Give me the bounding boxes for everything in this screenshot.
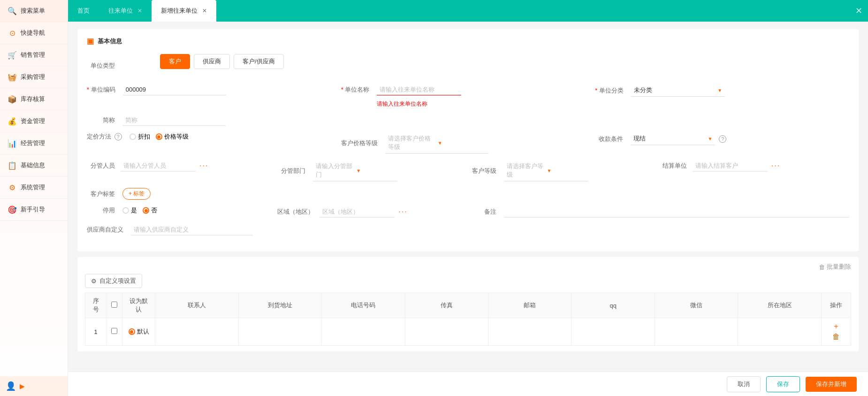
col-email: 邮箱 bbox=[488, 293, 571, 318]
cell-email[interactable] bbox=[488, 318, 571, 346]
email-input[interactable] bbox=[493, 326, 566, 337]
unit-name-input[interactable] bbox=[377, 84, 461, 95]
sidebar-label-quicknav: 快捷导航 bbox=[21, 29, 45, 37]
phone-input[interactable] bbox=[327, 326, 400, 337]
contact-input[interactable] bbox=[160, 326, 233, 337]
cell-region[interactable] bbox=[738, 318, 821, 346]
sidebar-label-operations: 经营管理 bbox=[21, 139, 45, 148]
customer-tag-field: 客户标签 + 标签 bbox=[87, 188, 277, 200]
customer-level-select[interactable]: 请选择客户等级 ▼ bbox=[504, 160, 588, 181]
col-wechat: 微信 bbox=[655, 293, 738, 318]
sidebar-item-finance[interactable]: 💰 资金管理 bbox=[0, 110, 68, 132]
delete-row-btn[interactable]: 🗑 bbox=[830, 332, 842, 342]
cell-qq[interactable] bbox=[571, 318, 655, 346]
default-radio-item[interactable]: 默认 bbox=[127, 327, 150, 336]
cell-check[interactable] bbox=[107, 318, 122, 346]
tab-new-partner[interactable]: 新增往来单位 ✕ bbox=[152, 0, 216, 22]
custom-settings-button[interactable]: ⚙ 自定义项设置 bbox=[85, 274, 142, 288]
tab-partners[interactable]: 往来单位 ✕ bbox=[99, 0, 152, 22]
col-check[interactable] bbox=[107, 293, 122, 318]
payment-select[interactable]: 现结 ▼ bbox=[631, 132, 715, 145]
save-button[interactable]: 保存 bbox=[766, 376, 800, 392]
sidebar-label-basic: 基础信息 bbox=[21, 161, 45, 170]
sidebar-item-operations[interactable]: 📊 经营管理 bbox=[0, 132, 68, 155]
manager-input[interactable] bbox=[121, 160, 196, 171]
customer-level-chevron: ▼ bbox=[547, 168, 586, 173]
cell-phone[interactable] bbox=[322, 318, 405, 346]
region-label: 区域（地区） bbox=[277, 208, 318, 216]
add-row-btn[interactable]: + bbox=[832, 321, 840, 332]
pricing-discount-option[interactable]: 折扣 bbox=[129, 132, 150, 141]
region-dots-btn[interactable]: ··· bbox=[396, 208, 409, 216]
cell-seq: 1 bbox=[85, 318, 107, 346]
manager-dots-btn[interactable]: ··· bbox=[198, 162, 210, 170]
cancel-button[interactable]: 取消 bbox=[727, 376, 761, 392]
dept-field: 分管部门 请输入分管部门 ▼ bbox=[277, 160, 468, 181]
save-add-button[interactable]: 保存并新增 bbox=[806, 377, 857, 392]
tab-partners-label: 往来单位 bbox=[108, 7, 133, 15]
sidebar-item-basic[interactable]: 📋 基础信息 bbox=[0, 155, 68, 177]
remark-input[interactable] bbox=[504, 206, 850, 217]
tab-partners-close[interactable]: ✕ bbox=[137, 8, 142, 14]
manager-row: 分管人员 ··· 分管部门 请输入分管部门 ▼ 客户等级 请选择客户等级 bbox=[87, 160, 849, 181]
sidebar-item-quicknav[interactable]: ⊙ 快捷导航 bbox=[0, 22, 68, 44]
unit-category-select[interactable]: 未分类 ▼ bbox=[631, 84, 725, 97]
unit-type-both-btn[interactable]: 客户/供应商 bbox=[234, 54, 284, 69]
user-avatar-icon: 👤 bbox=[6, 381, 16, 391]
payment-help-icon[interactable]: ? bbox=[719, 135, 726, 143]
unit-type-row: 单位类型 客户 供应商 客户/供应商 bbox=[87, 54, 849, 78]
fax-input[interactable] bbox=[410, 326, 483, 337]
disabled-no-option[interactable]: 否 bbox=[143, 206, 157, 215]
row-checkbox[interactable] bbox=[111, 328, 117, 334]
operations-icon: 📊 bbox=[8, 139, 17, 148]
col-fax: 传真 bbox=[405, 293, 488, 318]
sidebar-item-search[interactable]: 🔍 搜索菜单 bbox=[0, 0, 68, 22]
customer-price-field: 客户价格等级 请选择客户价格等级 ▼ bbox=[341, 132, 595, 154]
section-icon: ▣ bbox=[87, 37, 94, 46]
sidebar-item-sales[interactable]: 🛒 销售管理 bbox=[0, 44, 68, 66]
unit-code-input[interactable] bbox=[123, 84, 226, 95]
col-qq: qq bbox=[571, 293, 655, 318]
select-all-checkbox[interactable] bbox=[111, 302, 117, 308]
col-default: 设为默认 bbox=[122, 293, 155, 318]
sidebar-label-search: 搜索菜单 bbox=[21, 7, 45, 15]
sidebar-item-system[interactable]: ⚙ 系统管理 bbox=[0, 177, 68, 199]
sidebar-item-inventory[interactable]: 📦 库存核算 bbox=[0, 88, 68, 110]
disabled-yes-option[interactable]: 是 bbox=[122, 206, 137, 215]
settle-unit-input[interactable] bbox=[693, 160, 768, 171]
cell-wechat[interactable] bbox=[655, 318, 738, 346]
tabs-close-all[interactable]: ✕ bbox=[855, 6, 862, 16]
dept-select[interactable]: 请输入分管部门 ▼ bbox=[313, 160, 397, 181]
cell-default[interactable]: 默认 bbox=[122, 318, 155, 346]
address-input[interactable] bbox=[244, 326, 317, 337]
unit-category-label: * 单位分类 bbox=[595, 86, 627, 95]
system-icon: ⚙ bbox=[8, 183, 17, 192]
basic-icon: 📋 bbox=[8, 161, 17, 170]
table-region-input[interactable] bbox=[743, 326, 816, 337]
tab-new-partner-close[interactable]: ✕ bbox=[202, 8, 207, 14]
unit-name-field: * 单位名称 请输入往来单位名称 bbox=[341, 84, 595, 108]
contacts-table: 序号 设为默认 联系人 到货地址 电话号码 传真 邮箱 qq 微信 所在地区 操… bbox=[85, 293, 851, 346]
tab-home[interactable]: 首页 bbox=[68, 0, 99, 22]
wechat-input[interactable] bbox=[660, 326, 733, 337]
batch-delete-btn[interactable]: 🗑 批量删除 bbox=[85, 263, 851, 271]
settle-unit-label: 结算单位 bbox=[659, 162, 691, 170]
cell-address[interactable] bbox=[238, 318, 321, 346]
disabled-no-label: 否 bbox=[151, 206, 157, 215]
cell-fax[interactable] bbox=[405, 318, 488, 346]
sidebar-item-guide[interactable]: 🎯 新手引导 bbox=[0, 199, 68, 221]
pricing-level-option[interactable]: 价格等级 bbox=[156, 132, 189, 141]
region-input[interactable] bbox=[320, 206, 395, 217]
cell-contact[interactable] bbox=[155, 318, 238, 346]
pricing-help-icon[interactable]: ? bbox=[114, 133, 122, 140]
sidebar-item-purchase[interactable]: 🧺 采购管理 bbox=[0, 66, 68, 88]
add-tag-button[interactable]: + 标签 bbox=[122, 188, 151, 200]
short-name-input[interactable] bbox=[122, 115, 226, 126]
unit-type-supplier-btn[interactable]: 供应商 bbox=[194, 54, 230, 69]
settle-unit-dots-btn[interactable]: ··· bbox=[769, 162, 782, 170]
customer-price-select[interactable]: 请选择客户价格等级 ▼ bbox=[385, 132, 488, 154]
qq-input[interactable] bbox=[576, 326, 650, 337]
unit-type-customer-btn[interactable]: 客户 bbox=[160, 54, 190, 69]
pricing-row: 定价方法 ? 折扣 价格等级 bbox=[87, 132, 849, 154]
supplier-custom-input[interactable] bbox=[131, 224, 253, 235]
